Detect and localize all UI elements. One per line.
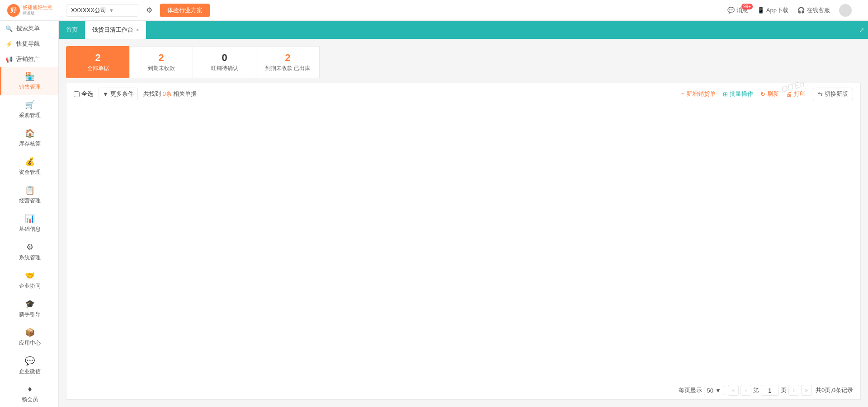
app-center-label: 应用中心 [19,339,41,347]
print-label: 打印 [794,90,806,98]
inventory-label: 库存核算 [19,140,41,148]
sidebar-item-search[interactable]: 🔍 搜索菜单 [0,21,58,36]
search-icon: 🔍 [5,25,13,32]
app-name: 畅捷通好生意 [23,4,52,10]
sidebar-item-wechat[interactable]: 💬 企业微信 [0,351,58,380]
first-page-button[interactable]: « [728,385,739,396]
batch-operation-button[interactable]: ⊞ 批量操作 [723,90,753,98]
sales-icon: 🏪 [25,71,35,81]
table-empty [66,105,860,286]
per-page-label: 每页显示 [679,386,702,394]
select-all-checkbox[interactable]: 全选 [74,90,93,98]
sidebar-item-basic[interactable]: 📊 基础信息 [0,209,58,238]
sidebar-item-purchase[interactable]: 🛒 采购管理 [0,95,58,124]
app-download-label: App下载 [766,6,788,14]
tab-close-icon[interactable]: × [136,27,139,33]
wechat-icon: 💬 [25,356,35,366]
stat-card-all[interactable]: 2 全部单据 [66,46,129,78]
tab-maximize-button[interactable]: ⤢ [859,26,864,33]
app-center-icon: 📦 [25,327,35,337]
found-count: 0条 [163,90,172,97]
print-icon: 🖨 [786,91,792,98]
last-page-button[interactable]: » [801,385,812,396]
toolbar: 全选 ▼ 更多条件 共找到 0条 相关单据 + 新增销货单 [66,83,861,105]
stat-card-pending[interactable]: 0 旺铺待确认 [193,46,256,78]
try-industry-button[interactable]: 体验行业方案 [160,4,210,17]
sidebar-item-cooperation[interactable]: 🤝 企业协同 [0,266,58,295]
prev-page-button[interactable]: ‹ [741,385,751,396]
purchase-label: 采购管理 [19,112,41,119]
found-prefix: 共找到 [143,90,161,97]
member-label: 畅会员 [22,396,38,403]
system-icon: ⚙ [26,242,33,252]
table-container [66,105,861,381]
message-badge: 99+ [741,4,753,9]
app-download-item[interactable]: 📱 App下载 [757,6,788,14]
inventory-icon: 🏠 [25,128,35,138]
marketing-icon: 📢 [5,56,13,63]
purchase-icon: 🛒 [25,100,35,110]
filter-icon: ▼ [103,91,108,98]
sidebar-item-capital[interactable]: 💰 资金管理 [0,152,58,181]
quick-nav-label: 快捷导航 [16,40,40,48]
stat-card-overdue[interactable]: 2 到期未收款 [129,46,193,78]
logo: 好 畅捷通好生意 标准版 [7,4,66,17]
filter-button[interactable]: ▼ 更多条件 [99,88,138,100]
batch-icon: ⊞ [723,91,728,98]
sidebar-item-guide[interactable]: 🎓 新手引导 [0,295,58,323]
settings-button[interactable]: ⚙ [142,3,156,18]
avatar[interactable] [839,4,852,17]
logo-icon: 好 [7,4,20,17]
sidebar: 🔍 搜索菜单 ⚡ 快捷导航 📢 营销推广 🏪 销售管理 🛒 采购管理 🏠 库存核… [0,21,59,407]
page-suffix: 页 [781,386,787,394]
message-item[interactable]: 💬 消息 99+ [727,6,748,14]
service-icon: 🎧 [797,7,805,14]
sidebar-item-sales[interactable]: 🏪 销售管理 [0,67,58,95]
sidebar-item-system[interactable]: ⚙ 系统管理 [0,238,58,266]
select-all-input[interactable] [74,91,80,97]
dropdown-arrow-icon: ▼ [109,8,114,13]
online-service-item[interactable]: 🎧 在线客服 [797,6,830,14]
overdue-label: 到期未收款 [139,65,184,72]
guide-icon: 🎓 [25,299,35,309]
pending-label: 旺铺待确认 [202,65,247,72]
toolbar-left: 全选 ▼ 更多条件 共找到 0条 相关单据 [74,88,676,100]
overdue-count: 2 [139,52,184,64]
cooperation-label: 企业协同 [19,282,41,290]
tab-home[interactable]: 首页 [59,21,85,39]
sidebar-item-inventory[interactable]: 🏠 库存核算 [0,124,58,152]
tab-minimize-button[interactable]: − [852,26,855,33]
sidebar-item-app-center[interactable]: 📦 应用中心 [0,323,58,351]
sidebar-item-operation[interactable]: 📋 经营管理 [0,181,58,209]
tab-bar: 首页 钱货日清工作台 × − ⤢ [59,21,868,39]
switch-icon: ⇆ [818,91,823,98]
switch-version-button[interactable]: ⇆ 切换新版 [813,88,853,100]
company-selector[interactable]: XXXXXX公司 ▼ [66,4,138,17]
page-label: 第 [753,386,759,394]
out-count: 2 [265,52,310,64]
print-button[interactable]: 🖨 打印 [786,90,806,98]
basic-label: 基础信息 [19,225,41,233]
sidebar-item-marketing[interactable]: 📢 营销推广 [0,51,58,67]
stat-card-out[interactable]: 2 到期未收款 已出库 [256,46,320,78]
page-size-dropdown[interactable]: 50 ▼ [704,386,724,395]
online-service-label: 在线客服 [807,6,830,14]
page-input[interactable] [761,385,779,396]
logo-text-block: 畅捷通好生意 标准版 [23,4,52,16]
company-name: XXXXXX公司 [71,6,106,14]
app-download-icon: 📱 [757,7,764,14]
found-text: 共找到 0条 相关单据 [143,90,197,98]
tab-cash-flow[interactable]: 钱货日清工作台 × [85,21,146,39]
member-icon: ♦ [28,384,32,394]
sidebar-item-quick-nav[interactable]: ⚡ 快捷导航 [0,36,58,51]
refresh-icon: ↻ [760,91,765,98]
sidebar-item-member[interactable]: ♦ 畅会员 [0,380,58,407]
pending-count: 0 [202,52,247,64]
next-page-button[interactable]: › [788,385,799,396]
refresh-button[interactable]: ↻ 刷新 [760,90,779,98]
add-sale-button[interactable]: + 新增销货单 [681,90,716,98]
page-nav: « ‹ 第 页 › » [728,385,812,396]
filter-label: 更多条件 [110,90,134,98]
operation-icon: 📋 [25,185,35,195]
topbar-right: 💬 消息 99+ 📱 App下载 🎧 在线客服 [727,4,861,17]
